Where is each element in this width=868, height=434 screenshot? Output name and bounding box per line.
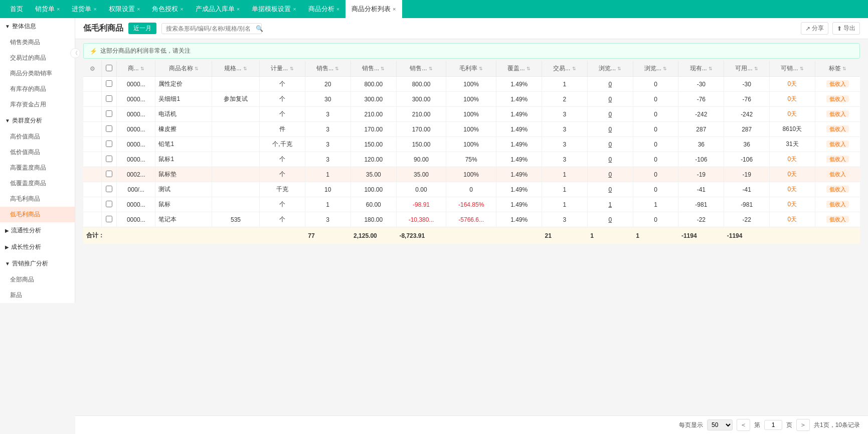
nav-finished-goods[interactable]: 产成品入库单 × <box>190 0 246 18</box>
th-available[interactable]: 可用... ⇅ <box>724 61 770 77</box>
sidebar-item-category-rate[interactable]: 商品分类助销率 <box>0 66 75 81</box>
filter-button[interactable]: 近一月 <box>128 23 156 34</box>
row-checkbox[interactable] <box>106 201 112 207</box>
sidebar-section-cluster[interactable]: ▼ 类群度分析 <box>0 112 75 129</box>
sidebar-item-low-coverage[interactable]: 低覆盖度商品 <box>0 176 75 191</box>
next-page-button[interactable]: ＞ <box>796 419 810 431</box>
sidebar-item-traded-goods[interactable]: 交易过的商品 <box>0 50 75 66</box>
close-icon[interactable]: × <box>393 6 396 12</box>
th-sellable[interactable]: 可销... ⇅ <box>770 61 815 77</box>
row-views1[interactable]: 0 <box>587 122 633 137</box>
row-views1[interactable]: 0 <box>587 152 633 167</box>
sidebar-item-sales-goods[interactable]: 销售类商品 <box>0 35 75 50</box>
row-unit: 千克 <box>259 182 305 197</box>
th-current-stock[interactable]: 现有... ⇅ <box>678 61 724 77</box>
row-checkbox[interactable] <box>106 140 112 147</box>
th-tag[interactable]: 标签 ⇅ <box>815 61 860 77</box>
page-size-select[interactable]: 50 100 200 <box>707 419 733 430</box>
row-checkbox[interactable] <box>106 110 112 117</box>
nav-purchase-order[interactable]: 进货单 × <box>66 0 102 18</box>
nav-product-analysis-list[interactable]: 商品分析列表 × <box>345 0 402 18</box>
prev-page-button[interactable]: ＜ <box>737 419 750 431</box>
nav-role-auth[interactable]: 角色授权 × <box>146 0 189 18</box>
th-name[interactable]: 商品名称 ⇅ <box>155 61 212 77</box>
export-button[interactable]: ⬆ 导出 <box>832 22 860 35</box>
row-views1[interactable]: 0 <box>587 212 633 227</box>
th-sales-price[interactable]: 销售... ⇅ <box>351 61 396 77</box>
close-icon[interactable]: × <box>137 6 140 12</box>
th-views2[interactable]: 浏览... ⇅ <box>633 61 678 77</box>
row-sales-price: 60.00 <box>351 197 396 212</box>
row-sales-qty: 3 <box>305 122 351 137</box>
row-sales-price: 100.00 <box>351 182 396 197</box>
row-current-stock: -242 <box>678 107 724 122</box>
sidebar-section-overview[interactable]: ▼ 整体信息 <box>0 18 75 35</box>
row-views1[interactable]: 0 <box>587 107 633 122</box>
row-views1[interactable]: 1 <box>587 197 633 212</box>
tag-label: 低收入 <box>826 110 849 117</box>
th-views1[interactable]: 浏览... ⇅ <box>587 61 633 77</box>
share-button[interactable]: ↗ 分享 <box>801 22 828 35</box>
th-gross-margin[interactable]: 毛利率 ⇅ <box>446 61 496 77</box>
sidebar-item-stock-capital[interactable]: 库存资金占用 <box>0 97 75 112</box>
row-views1[interactable]: 0 <box>587 137 633 152</box>
row-checkbox[interactable] <box>106 171 112 177</box>
row-code: 0000... <box>117 137 155 152</box>
row-code: 0000... <box>117 92 155 107</box>
row-tag: 低收入 <box>815 167 860 182</box>
row-tag: 低收入 <box>815 77 860 92</box>
nav-template-settings[interactable]: 单据模板设置 × <box>246 0 302 18</box>
select-all-checkbox[interactable] <box>106 65 112 71</box>
close-icon[interactable]: × <box>293 6 296 12</box>
th-sales-qty[interactable]: 销售... ⇅ <box>305 61 351 77</box>
close-icon[interactable]: × <box>237 6 240 12</box>
tag-label: 低收入 <box>826 216 849 223</box>
sidebar-section-marketing[interactable]: ▼ 营销推广分析 <box>0 255 75 272</box>
close-icon[interactable]: × <box>93 6 96 12</box>
close-icon[interactable]: × <box>57 6 60 12</box>
th-sales-amount[interactable]: 销售... ⇅ <box>396 61 446 77</box>
search-input[interactable] <box>161 23 262 34</box>
row-sales-amount: -10,380... <box>396 212 446 227</box>
th-spec[interactable]: 规格... ⇅ <box>212 61 260 77</box>
sidebar-item-low-margin[interactable]: 低毛利商品 <box>0 207 75 222</box>
row-checkbox[interactable] <box>106 125 112 132</box>
th-code[interactable]: 商... ⇅ <box>117 61 155 77</box>
sidebar-item-all-goods[interactable]: 全部商品 <box>0 272 75 287</box>
row-views1[interactable]: 0 <box>587 167 633 182</box>
th-settings[interactable]: ⚙ <box>83 61 102 77</box>
th-coverage[interactable]: 覆盖... ⇅ <box>496 61 542 77</box>
nav-permission-settings[interactable]: 权限设置 × <box>103 0 146 18</box>
row-views1[interactable]: 0 <box>587 92 633 107</box>
row-checkbox[interactable] <box>106 95 112 102</box>
table-row: 0000... 吴细细1 参加复试 个 30 300.00 300.00 100… <box>83 92 860 107</box>
row-views1[interactable]: 0 <box>587 77 633 92</box>
row-trade: 3 <box>542 122 588 137</box>
sidebar-section-liquidity[interactable]: ▶ 流通性分析 <box>0 222 75 239</box>
sidebar-item-high-coverage[interactable]: 高覆盖度商品 <box>0 160 75 176</box>
tag-label: 低收入 <box>826 201 849 208</box>
th-checkbox[interactable] <box>102 61 117 77</box>
sidebar-item-high-margin[interactable]: 高毛利商品 <box>0 191 75 207</box>
row-checkbox[interactable] <box>106 186 112 192</box>
sidebar-item-stocked-goods[interactable]: 有库存的商品 <box>0 81 75 97</box>
close-icon[interactable]: × <box>336 6 339 12</box>
nav-home[interactable]: 首页 <box>4 0 29 18</box>
sidebar-item-high-value[interactable]: 高价值商品 <box>0 129 75 144</box>
close-icon[interactable]: × <box>180 6 183 12</box>
sidebar-item-low-value[interactable]: 低价值商品 <box>0 144 75 160</box>
sidebar-item-new-goods[interactable]: 新品 <box>0 287 75 303</box>
row-checkbox[interactable] <box>106 156 112 162</box>
page-number-input[interactable] <box>764 420 782 430</box>
nav-product-analysis[interactable]: 商品分析 × <box>302 0 345 18</box>
th-trade[interactable]: 交易... ⇅ <box>542 61 588 77</box>
th-unit[interactable]: 计量... ⇅ <box>259 61 305 77</box>
row-views1[interactable]: 0 <box>587 182 633 197</box>
row-checkbox[interactable] <box>106 80 112 87</box>
row-sales-price: 35.00 <box>351 167 396 182</box>
row-checkbox[interactable] <box>106 216 112 222</box>
search-icon[interactable]: 🔍 <box>256 25 263 32</box>
sidebar-section-growth[interactable]: ▶ 成长性分析 <box>0 239 75 255</box>
nav-sales-order[interactable]: 销货单 × <box>29 0 66 18</box>
sidebar-collapse-button[interactable]: 《 <box>70 48 80 58</box>
